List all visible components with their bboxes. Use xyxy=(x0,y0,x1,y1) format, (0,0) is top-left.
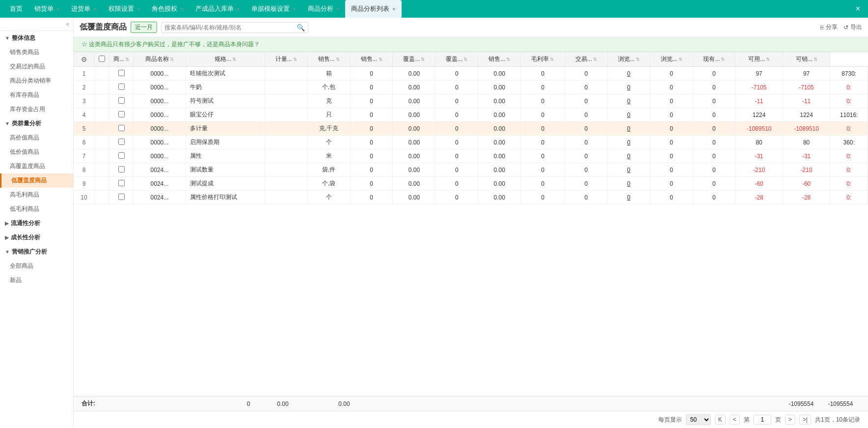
row-checkbox-cell[interactable] xyxy=(109,67,134,81)
row-checkbox-cell[interactable] xyxy=(109,136,134,149)
sidebar-item-high-coverage[interactable]: 高覆盖度商品 xyxy=(0,159,73,173)
row-checkbox-cell[interactable] xyxy=(109,122,134,136)
col-browse1[interactable]: 浏览...⇅ xyxy=(607,52,650,67)
sidebar-item-new-products[interactable]: 新品 xyxy=(0,273,73,287)
col-saleable[interactable]: 可销...⇅ xyxy=(783,52,830,67)
row-trade[interactable]: 0 xyxy=(607,122,650,136)
nav-permissions[interactable]: 权限设置 × xyxy=(103,0,146,18)
sidebar-item-high-value[interactable]: 高价值商品 xyxy=(0,131,73,145)
col-name[interactable]: 商品名称⇅ xyxy=(134,52,186,67)
col-trade[interactable]: 交易...⇅ xyxy=(565,52,607,67)
row-checkbox[interactable] xyxy=(118,166,125,172)
first-page-btn[interactable]: K xyxy=(715,415,726,425)
nav-product-analysis-list[interactable]: 商品分析列表 × xyxy=(345,0,401,18)
row-trade[interactable]: 0 xyxy=(607,149,650,163)
nav-permissions-close[interactable]: × xyxy=(137,6,140,12)
prev-page-btn[interactable]: < xyxy=(730,415,740,425)
col-sales3[interactable]: 销售...⇅ xyxy=(478,52,521,67)
nav-home[interactable]: 首页 xyxy=(4,0,28,18)
col-cover1[interactable]: 覆盖...⇅ xyxy=(393,52,435,67)
sidebar-section-liquidity[interactable]: ▶ 流通性分析 xyxy=(0,216,73,230)
nav-template-settings-close[interactable]: × xyxy=(293,6,296,12)
sidebar-item-low-margin[interactable]: 低毛利商品 xyxy=(0,202,73,216)
search-icon[interactable]: 🔍 xyxy=(297,24,305,31)
row-checkbox-cell[interactable] xyxy=(109,149,134,163)
recent-month-btn[interactable]: 近一月 xyxy=(131,22,157,33)
nav-product-analysis[interactable]: 商品分析 × xyxy=(302,0,345,18)
col-sales1[interactable]: 销售...⇅ xyxy=(307,52,350,67)
sidebar-item-low-value[interactable]: 低价值商品 xyxy=(0,145,73,159)
export-btn[interactable]: ↺ 导出 xyxy=(843,23,862,31)
sidebar-item-inventory-capital[interactable]: 库存资金占用 xyxy=(0,102,73,116)
sidebar-section-cluster[interactable]: ▼ 类群量分析 xyxy=(0,116,73,131)
nav-purchase-order-close[interactable]: × xyxy=(93,6,96,12)
col-code[interactable]: 商...⇅ xyxy=(109,52,134,67)
col-unit[interactable]: 计量...⇅ xyxy=(265,52,307,67)
row-checkbox-cell[interactable] xyxy=(109,94,134,108)
col-sales2[interactable]: 销售...⇅ xyxy=(350,52,393,67)
row-trade[interactable]: 0 xyxy=(607,136,650,149)
row-checkbox-cell[interactable] xyxy=(109,108,134,122)
col-gross-margin[interactable]: 毛利率⇅ xyxy=(521,52,565,67)
col-current[interactable]: 现有...⇅ xyxy=(693,52,735,67)
row-checkbox[interactable] xyxy=(118,139,125,145)
row-trade[interactable]: 0 xyxy=(607,177,650,191)
row-name: 眼宝公仔 xyxy=(186,108,265,122)
row-checkbox[interactable] xyxy=(118,194,125,200)
row-trade[interactable]: 0 xyxy=(607,67,650,81)
row-checkbox-cell[interactable] xyxy=(109,163,134,177)
row-trade[interactable]: 0 xyxy=(607,163,650,177)
row-trade[interactable]: 0 xyxy=(607,191,650,204)
share-btn[interactable]: ⎘ 分享 xyxy=(820,23,838,31)
col-spec[interactable]: 规格...⇅ xyxy=(186,52,265,67)
sidebar-collapse-btn[interactable]: « xyxy=(0,18,73,31)
sidebar-item-high-margin[interactable]: 高毛利商品 xyxy=(0,188,73,202)
row-checkbox[interactable] xyxy=(118,180,125,186)
row-checkbox[interactable] xyxy=(118,84,125,90)
row-checkbox-cell[interactable] xyxy=(109,177,134,191)
nav-sales-order-close[interactable]: × xyxy=(56,6,59,12)
nav-sales-order[interactable]: 销货单 × xyxy=(28,0,65,18)
nav-role-auth-close[interactable]: × xyxy=(180,6,183,12)
sidebar-item-all-products[interactable]: 全部商品 xyxy=(0,259,73,273)
row-checkbox-cell[interactable] xyxy=(109,81,134,94)
nav-product-entry-close[interactable]: × xyxy=(237,6,240,12)
nav-product-analysis-list-close[interactable]: × xyxy=(392,6,395,12)
select-all-checkbox[interactable] xyxy=(99,56,105,62)
row-trade[interactable]: 0 xyxy=(607,81,650,94)
last-page-btn[interactable]: >| xyxy=(799,415,811,425)
col-browse2[interactable]: 浏览...⇅ xyxy=(650,52,693,67)
col-select-all[interactable] xyxy=(95,52,109,67)
sidebar-item-low-coverage[interactable]: 低覆盖度商品 xyxy=(0,173,73,188)
row-checkbox[interactable] xyxy=(118,152,125,159)
row-checkbox[interactable] xyxy=(118,97,125,104)
row-trade[interactable]: 0 xyxy=(607,94,650,108)
sidebar-item-sales-products[interactable]: 销售类商品 xyxy=(0,45,73,59)
row-checkbox-cell[interactable] xyxy=(109,191,134,204)
nav-purchase-order[interactable]: 进货单 × xyxy=(65,0,102,18)
col-available[interactable]: 可用...⇅ xyxy=(735,52,783,67)
per-page-select[interactable]: 50 100 200 xyxy=(686,414,711,425)
row-checkbox[interactable] xyxy=(118,111,125,117)
nav-role-auth[interactable]: 角色授权 × xyxy=(146,0,189,18)
row-sales3: 0 xyxy=(521,163,565,177)
row-saleable: 8730: xyxy=(830,67,868,81)
row-trade[interactable]: 0 xyxy=(607,108,650,122)
sidebar-section-marketing[interactable]: ▼ 营销推广分析 xyxy=(0,245,73,259)
col-settings[interactable]: ⚙ xyxy=(74,52,95,67)
nav-template-settings[interactable]: 单据模板设置 × xyxy=(245,0,301,18)
row-checkbox[interactable] xyxy=(118,125,125,131)
nav-product-analysis-close[interactable]: × xyxy=(336,6,339,12)
next-page-btn[interactable]: > xyxy=(785,415,795,425)
nav-product-entry[interactable]: 产成品入库单 × xyxy=(190,0,245,18)
sidebar-item-traded-products[interactable]: 交易过的商品 xyxy=(0,59,73,74)
page-number-input[interactable] xyxy=(754,415,771,425)
search-input[interactable] xyxy=(164,24,297,31)
sidebar-section-growth[interactable]: ▶ 成长性分析 xyxy=(0,230,73,245)
sidebar-item-category-activity[interactable]: 商品分类动销率 xyxy=(0,74,73,88)
sidebar-item-in-stock[interactable]: 有库存商品 xyxy=(0,88,73,102)
sidebar-section-overall[interactable]: ▼ 整体信息 xyxy=(0,31,73,45)
close-all-tabs[interactable]: × xyxy=(852,4,864,13)
row-checkbox[interactable] xyxy=(118,70,125,76)
col-cover2[interactable]: 覆盖...⇅ xyxy=(435,52,478,67)
